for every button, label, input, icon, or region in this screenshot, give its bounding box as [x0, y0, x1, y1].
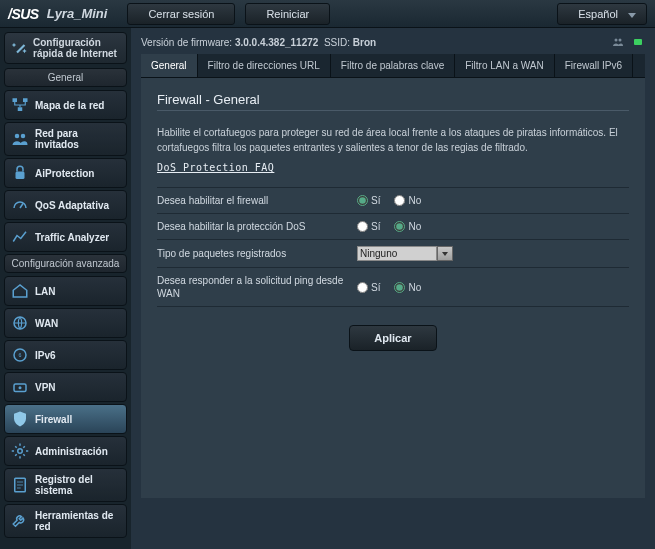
tab-keyword-filter[interactable]: Filtro de palabras clave: [331, 54, 455, 77]
sidebar-advanced-header: Configuración avanzada: [4, 254, 127, 273]
home-icon: [11, 282, 29, 300]
nav-label: Herramientas de red: [35, 510, 120, 532]
row-ping-wan: Desea responder a la solicitud ping desd…: [157, 267, 629, 307]
firmware-line: Versión de firmware: 3.0.0.4.382_11272 S…: [141, 36, 645, 48]
svg-line-6: [20, 204, 23, 209]
sidebar-item-vpn[interactable]: VPN: [4, 372, 127, 402]
chevron-down-icon: [437, 246, 453, 261]
nav-label: IPv6: [35, 350, 56, 361]
sidebar-item-ipv6[interactable]: 6 IPv6: [4, 340, 127, 370]
nav-label: Registro del sistema: [35, 474, 120, 496]
panel-title: Firewall - General: [157, 92, 629, 107]
brand-logo: /SUS: [8, 6, 39, 22]
svg-point-17: [615, 39, 618, 42]
sidebar-item-network-map[interactable]: Mapa de la red: [4, 90, 127, 120]
settings-form: Desea habilitar el firewall Sí No Desea …: [157, 187, 629, 307]
nav-label: WAN: [35, 318, 58, 329]
sidebar-item-aiprotection[interactable]: AiProtection: [4, 158, 127, 188]
nav-label: LAN: [35, 286, 56, 297]
sidebar-item-lan[interactable]: LAN: [4, 276, 127, 306]
nav-label: Firewall: [35, 414, 72, 425]
row-label: Desea habilitar la protección DoS: [157, 220, 357, 233]
sidebar-item-wan[interactable]: WAN: [4, 308, 127, 338]
sidebar-item-admin[interactable]: Administración: [4, 436, 127, 466]
svg-text:6: 6: [19, 352, 22, 358]
radio-no[interactable]: No: [394, 195, 421, 206]
chart-icon: [11, 228, 29, 246]
select-value: Ninguno: [357, 246, 437, 261]
nav-label: Mapa de la red: [35, 100, 104, 111]
guest-icon: [11, 130, 29, 148]
row-label: Tipo de paquetes registrados: [157, 247, 357, 260]
row-label: Desea habilitar el firewall: [157, 194, 357, 207]
tab-bar: General Filtro de direcciones URL Filtro…: [141, 54, 645, 78]
tab-lan-wan-filter[interactable]: Filtro LAN a WAN: [455, 54, 555, 77]
ssid-label: SSID:: [324, 37, 350, 48]
radio-yes[interactable]: Sí: [357, 195, 380, 206]
quick-setup-label: Configuración rápida de Internet: [33, 37, 120, 59]
reboot-button[interactable]: Reiniciar: [245, 3, 330, 25]
sidebar-item-syslog[interactable]: Registro del sistema: [4, 468, 127, 502]
sidebar-item-firewall[interactable]: Firewall: [4, 404, 127, 434]
radio-yes[interactable]: Sí: [357, 282, 380, 293]
svg-point-18: [619, 39, 622, 42]
shield-icon: [11, 410, 29, 428]
gauge-icon: [11, 196, 29, 214]
nav-label: Administración: [35, 446, 108, 457]
quick-setup-button[interactable]: Configuración rápida de Internet: [4, 32, 127, 64]
svg-point-4: [21, 134, 26, 139]
sidebar-item-qos[interactable]: QoS Adaptativa: [4, 190, 127, 220]
divider: [157, 110, 629, 111]
nav-label: Red para invitados: [35, 128, 120, 150]
sidebar-item-traffic[interactable]: Traffic Analyzer: [4, 222, 127, 252]
lock-icon: [11, 164, 29, 182]
sidebar-item-nettools[interactable]: Herramientas de red: [4, 504, 127, 538]
radio-yes[interactable]: Sí: [357, 221, 380, 232]
tab-general[interactable]: General: [141, 54, 198, 77]
link-status-icon[interactable]: [631, 36, 645, 48]
content-panel: Firewall - General Habilite el cortafueg…: [141, 78, 645, 498]
row-enable-firewall: Desea habilitar el firewall Sí No: [157, 187, 629, 213]
users-icon[interactable]: [611, 36, 625, 48]
row-label: Desea responder a la solicitud ping desd…: [157, 274, 357, 300]
tools-icon: [11, 512, 29, 530]
svg-point-3: [15, 134, 20, 139]
svg-point-12: [18, 449, 23, 454]
globe-icon: [11, 314, 29, 332]
document-icon: [11, 476, 29, 494]
language-selector[interactable]: Español: [557, 3, 647, 25]
wand-icon: [11, 39, 29, 57]
sidebar-item-guest-network[interactable]: Red para invitados: [4, 122, 127, 156]
faq-link[interactable]: DoS Protection FAQ: [157, 162, 274, 173]
vpn-icon: [11, 378, 29, 396]
language-button[interactable]: Español: [557, 3, 647, 25]
nav-label: VPN: [35, 382, 56, 393]
packet-type-select[interactable]: Ninguno: [357, 246, 453, 261]
network-map-icon: [11, 96, 29, 114]
row-enable-dos: Desea habilitar la protección DoS Sí No: [157, 213, 629, 239]
sidebar: Configuración rápida de Internet General…: [0, 28, 131, 549]
logout-button[interactable]: Cerrar sesión: [127, 3, 235, 25]
svg-point-11: [19, 386, 22, 389]
nav-label: QoS Adaptativa: [35, 200, 109, 211]
svg-rect-19: [634, 39, 642, 45]
panel-description: Habilite el cortafuegos para proteger su…: [157, 125, 629, 155]
main-panel: Versión de firmware: 3.0.0.4.382_11272 S…: [131, 28, 655, 549]
apply-button[interactable]: Aplicar: [349, 325, 436, 351]
nav-label: Traffic Analyzer: [35, 232, 109, 243]
top-header: /SUS Lyra_Mini Cerrar sesión Reiniciar E…: [0, 0, 655, 28]
sidebar-general-header: General: [4, 68, 127, 87]
fw-label: Versión de firmware:: [141, 37, 232, 48]
svg-rect-1: [23, 98, 28, 102]
svg-rect-0: [13, 98, 18, 102]
row-packet-type: Tipo de paquetes registrados Ninguno: [157, 239, 629, 267]
tab-url-filter[interactable]: Filtro de direcciones URL: [198, 54, 331, 77]
tab-firewall-ipv6[interactable]: Firewall IPv6: [555, 54, 633, 77]
radio-no[interactable]: No: [394, 282, 421, 293]
gear-icon: [11, 442, 29, 460]
radio-no[interactable]: No: [394, 221, 421, 232]
ipv6-icon: 6: [11, 346, 29, 364]
model-name: Lyra_Mini: [47, 6, 108, 21]
fw-version: 3.0.0.4.382_11272: [235, 37, 318, 48]
ssid-value: Bron: [353, 37, 376, 48]
